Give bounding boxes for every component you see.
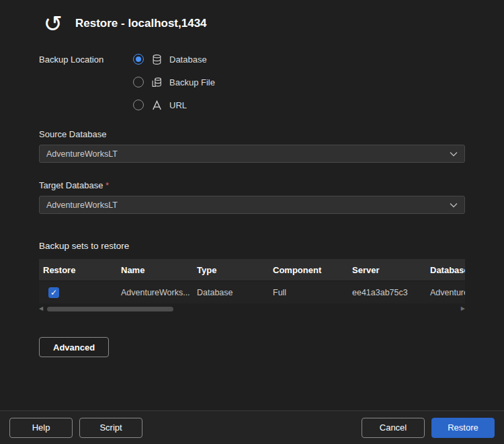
- radio-url[interactable]: [133, 100, 144, 110]
- table-header-row: Restore Name Type Component Server Datab…: [39, 259, 465, 281]
- footer-right-group: Cancel Restore: [362, 418, 495, 438]
- scrollbar-track[interactable]: [45, 306, 459, 312]
- script-button[interactable]: Script: [79, 418, 142, 438]
- dialog-title: Restore - localhost,1434: [75, 17, 207, 30]
- cell-database: AdventureWorksLT: [426, 288, 465, 297]
- cell-name: AdventureWorks...: [117, 288, 193, 297]
- scrollbar-thumb[interactable]: [47, 307, 173, 311]
- radio-label-url: URL: [169, 100, 187, 110]
- backup-sets-title: Backup sets to restore: [39, 241, 465, 251]
- backup-location-label: Backup Location: [39, 52, 133, 112]
- column-header-restore: Restore: [39, 265, 117, 275]
- table-row[interactable]: AdventureWorks... Database Full ee41a3ab…: [39, 281, 465, 303]
- radio-option-backup-file[interactable]: Backup File: [133, 75, 215, 89]
- column-header-name: Name: [117, 265, 193, 275]
- chevron-down-icon: [450, 202, 458, 208]
- source-database-label: Source Database: [39, 129, 465, 139]
- chevron-down-icon: [450, 151, 458, 157]
- database-icon: [151, 53, 163, 65]
- radio-label-backup-file: Backup File: [169, 77, 215, 87]
- dialog-header: ↺ Restore - localhost,1434: [39, 9, 465, 38]
- url-icon: [151, 99, 163, 111]
- source-database-dropdown[interactable]: AdventureWorksLT: [39, 145, 465, 163]
- column-header-database: Database: [426, 265, 465, 275]
- cell-component: Full: [269, 288, 348, 297]
- column-header-type: Type: [193, 265, 269, 275]
- cell-restore: [39, 287, 117, 298]
- scroll-left-icon[interactable]: ◀: [39, 305, 43, 313]
- source-database-value: AdventureWorksLT: [46, 149, 118, 159]
- scroll-right-icon[interactable]: ▶: [461, 305, 465, 313]
- required-marker: *: [106, 180, 109, 190]
- radio-label-database: Database: [169, 54, 207, 65]
- column-header-server: Server: [348, 265, 426, 275]
- backup-sets-table: Restore Name Type Component Server Datab…: [39, 259, 465, 303]
- restore-button[interactable]: Restore: [431, 418, 495, 438]
- advanced-button[interactable]: Advanced: [39, 337, 109, 357]
- restore-dialog: ↺ Restore - localhost,1434 Backup Locati…: [0, 0, 504, 357]
- column-header-component: Component: [269, 265, 348, 275]
- target-database-label: Target Database *: [39, 180, 465, 190]
- cancel-button[interactable]: Cancel: [362, 418, 425, 438]
- footer-bar: Help Script Cancel Restore: [0, 410, 504, 444]
- radio-database[interactable]: [133, 54, 144, 65]
- radio-backup-file[interactable]: [133, 77, 144, 87]
- target-database-label-text: Target Database: [39, 180, 103, 190]
- cell-server: ee41a3ab75c3: [348, 288, 426, 297]
- target-database-dropdown[interactable]: AdventureWorksLT: [39, 196, 465, 214]
- radio-option-url[interactable]: URL: [133, 98, 215, 112]
- target-database-value: AdventureWorksLT: [46, 200, 118, 210]
- restore-icon: ↺: [39, 9, 67, 38]
- help-button[interactable]: Help: [9, 418, 73, 438]
- radio-option-database[interactable]: Database: [133, 52, 215, 66]
- backup-location-section: Backup Location Database: [39, 52, 465, 112]
- backup-file-icon: [151, 76, 163, 88]
- horizontal-scrollbar[interactable]: ◀ ▶: [39, 305, 465, 313]
- cell-type: Database: [193, 288, 269, 297]
- restore-checkbox[interactable]: [48, 287, 59, 298]
- backup-location-radio-group: Database Backup File: [133, 52, 215, 112]
